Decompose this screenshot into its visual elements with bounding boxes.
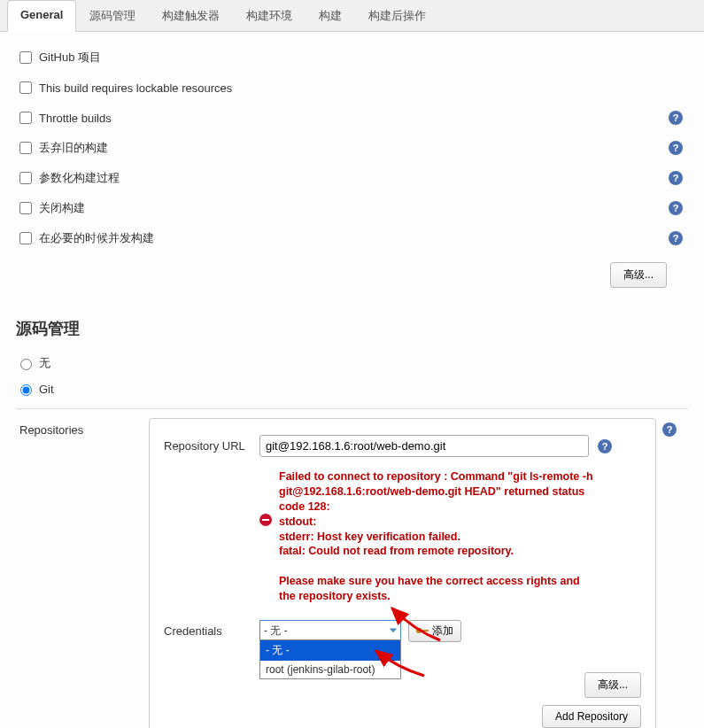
github-project-label: GitHub 项目	[39, 50, 101, 66]
lockable-checkbox[interactable]	[19, 81, 32, 94]
help-icon[interactable]: ?	[598, 439, 612, 453]
repo-url-label: Repository URL	[164, 435, 259, 453]
add-repository-button[interactable]: Add Repository	[542, 705, 641, 728]
help-icon[interactable]: ?	[669, 171, 683, 185]
disable-label: 关闭构建	[39, 200, 85, 216]
scm-none-label: 无	[39, 355, 50, 371]
check-lockable: This build requires lockable resources	[16, 73, 688, 103]
help-icon[interactable]: ?	[669, 141, 683, 155]
repositories-label: Repositories	[16, 418, 149, 728]
check-concurrent: 在必要的时候并发构建 ?	[16, 223, 688, 253]
tab-env[interactable]: 构建环境	[233, 0, 306, 31]
add-credentials-button[interactable]: 添加	[408, 620, 461, 642]
scm-git-row: Git	[16, 376, 688, 401]
scm-git-label: Git	[39, 383, 54, 396]
check-discard: 丢弃旧的构建 ?	[16, 133, 688, 163]
discard-checkbox[interactable]	[19, 142, 32, 154]
general-section: GitHub 项目 This build requires lockable r…	[0, 32, 704, 728]
github-project-checkbox[interactable]	[19, 51, 32, 64]
check-params: 参数化构建过程 ?	[16, 163, 688, 193]
discard-label: 丢弃旧的构建	[39, 140, 108, 156]
check-throttle: Throttle builds ?	[16, 103, 688, 133]
scm-none-radio[interactable]	[20, 359, 32, 370]
lockable-label: This build requires lockable resources	[39, 81, 232, 95]
tab-post[interactable]: 构建后操作	[355, 0, 439, 31]
scm-none-row: 无	[16, 350, 688, 376]
credentials-dropdown: - 无 - root (jenkins-gilab-root)	[259, 639, 401, 679]
repo-error-message: Failed to connect to repository : Comman…	[259, 469, 596, 604]
tab-triggers[interactable]: 构建触发器	[149, 0, 233, 31]
credentials-label: Credentials	[164, 620, 259, 638]
tab-general[interactable]: General	[7, 0, 76, 32]
error-icon	[259, 514, 272, 526]
scm-section-title: 源码管理	[16, 318, 688, 339]
tab-build[interactable]: 构建	[306, 0, 355, 31]
scm-git-radio[interactable]	[20, 384, 32, 396]
cred-option-none[interactable]: - 无 -	[260, 640, 400, 661]
cred-option-root[interactable]: root (jenkins-gilab-root)	[260, 661, 400, 678]
help-icon[interactable]: ?	[662, 422, 677, 437]
repository-block: ? Repository URL ? Failed to connect to …	[149, 418, 656, 728]
help-icon[interactable]: ?	[669, 231, 683, 245]
tab-scm[interactable]: 源码管理	[76, 0, 149, 31]
help-icon[interactable]: ?	[669, 201, 683, 215]
params-label: 参数化构建过程	[39, 170, 120, 186]
key-icon	[416, 626, 429, 635]
concurrent-checkbox[interactable]	[19, 232, 32, 244]
check-disable: 关闭构建 ?	[16, 193, 688, 223]
throttle-checkbox[interactable]	[19, 112, 32, 124]
config-tabs: General 源码管理 构建触发器 构建环境 构建 构建后操作	[0, 0, 704, 32]
concurrent-label: 在必要的时候并发构建	[39, 230, 154, 246]
advanced-button[interactable]: 高级...	[610, 262, 667, 288]
repo-url-input[interactable]	[259, 435, 589, 457]
repo-advanced-button[interactable]: 高级...	[584, 672, 641, 698]
check-github-project: GitHub 项目	[16, 43, 688, 73]
params-checkbox[interactable]	[19, 172, 32, 184]
disable-checkbox[interactable]	[19, 202, 32, 214]
throttle-label: Throttle builds	[39, 112, 112, 125]
help-icon[interactable]: ?	[669, 111, 683, 125]
